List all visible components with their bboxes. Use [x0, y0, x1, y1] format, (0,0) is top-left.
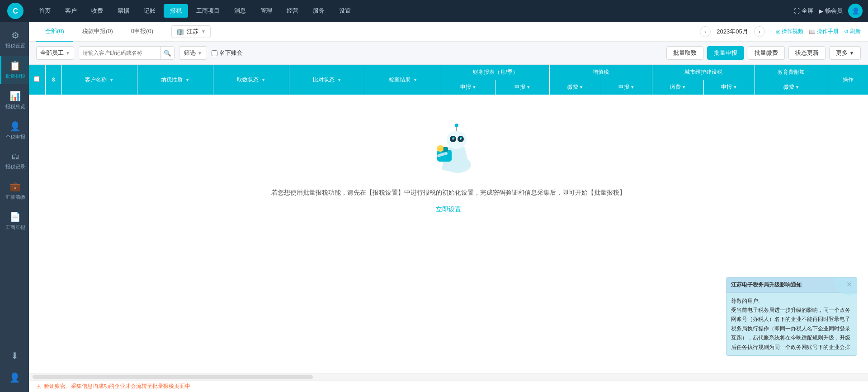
svg-text:C: C [13, 7, 18, 15]
top-navigation: C 首页 客户 收费 票据 记账 报税 工商项目 消息 管理 经营 服务 设置 … [0, 0, 868, 22]
nav-menu: 首页 客户 收费 票据 记账 报税 工商项目 消息 管理 经营 服务 设置 [33, 4, 794, 18]
account-checkbox-text: 名下账套 [219, 49, 243, 57]
client-search-input[interactable] [79, 50, 160, 56]
th-vat-dec-filter-icon[interactable]: ▼ [526, 85, 531, 90]
tab-zero-declaration[interactable]: 0申报(0) [122, 22, 162, 42]
th-compare-filter-icon[interactable]: ▼ [337, 77, 342, 82]
search-button[interactable]: 🔍 [160, 46, 174, 60]
th-fin-dec-filter-icon[interactable]: ▼ [472, 85, 476, 90]
search-icon: 🔍 [164, 50, 171, 57]
tab-right-actions: ◎ 操作视频 📖 操作手册 ↺ 刷新 [776, 28, 861, 35]
th-vat-pay-filter-icon[interactable]: ▼ [579, 85, 584, 90]
nav-client[interactable]: 客户 [59, 4, 83, 18]
th-edu-pay-filter-icon[interactable]: ▼ [795, 85, 800, 90]
annual-report-icon: 📄 [9, 211, 21, 222]
sidebar-label-annual-report: 工商年报 [5, 224, 25, 231]
th-city-pay-filter-icon[interactable]: ▼ [682, 85, 686, 90]
th-edu-dec-filter-icon[interactable]: ▼ [733, 85, 737, 90]
sidebar-item-personal-tax[interactable]: 👤 个税申报 [0, 116, 29, 145]
th-client-filter-icon[interactable]: ▼ [109, 77, 114, 82]
date-next-button[interactable]: › [754, 26, 765, 37]
nav-management[interactable]: 管理 [254, 4, 278, 18]
toolbar-right: 批量取数 批量申报 批量缴费 状态更新 更多 ▼ [666, 46, 861, 60]
batch-pay-button[interactable]: 批量缴费 [748, 46, 785, 60]
notification-minimize-button[interactable]: — [836, 281, 844, 288]
batch-declare-button[interactable]: 批量申报 [707, 46, 744, 60]
tab-all-count-val: 0 [59, 28, 62, 34]
nav-operations[interactable]: 经营 [280, 4, 305, 18]
region-selector[interactable]: 🏢 江苏 ▼ [171, 25, 211, 38]
manual-action[interactable]: 📖 操作手册 [809, 28, 839, 35]
tab-tax-declaration[interactable]: 税款申报(0) [73, 22, 122, 42]
video-action[interactable]: ◎ 操作视频 [776, 28, 803, 35]
nav-service[interactable]: 服务 [307, 4, 331, 18]
nav-invoice[interactable]: 票据 [111, 4, 136, 18]
user-avatar[interactable]: 👤 [848, 4, 863, 18]
th-operation: 操作 [828, 65, 868, 95]
th-settings[interactable]: ⚙ [45, 65, 61, 95]
sidebar-item-tax-summary[interactable]: 📊 报税总览 [0, 86, 29, 115]
video-label: 操作视频 [782, 28, 803, 35]
sidebar-label-tax-settings: 报税设置 [5, 43, 25, 49]
status-update-button[interactable]: 状态更新 [788, 46, 826, 60]
nav-tax[interactable]: 报税 [164, 4, 188, 18]
app-logo[interactable]: C [5, 1, 25, 21]
sidebar-item-tax-records[interactable]: 🗂 报税记录 [0, 147, 29, 175]
tax-summary-icon: 📊 [9, 91, 21, 101]
tab-tax-label: 税款申报 [82, 27, 106, 35]
refresh-action[interactable]: ↺ 刷新 [844, 28, 861, 35]
th-check-result: 检查结果 ▼ [365, 65, 441, 95]
refresh-icon: ↺ [844, 29, 849, 35]
svg-point-8 [453, 139, 454, 140]
fullscreen-button[interactable]: ⛶ 全屏 [794, 7, 813, 15]
sidebar-label-settlement: 汇算清缴 [5, 194, 25, 201]
th-education-surcharge: 教育费附加 [755, 65, 828, 80]
sidebar-label-personal-tax: 个税申报 [5, 134, 25, 140]
filter-arrow-icon: ▼ [198, 51, 202, 56]
th-checkbox[interactable] [29, 65, 45, 95]
svg-point-9 [460, 139, 462, 140]
th-city-dec-filter-icon[interactable]: ▼ [630, 85, 635, 90]
tab-all[interactable]: 全部(0) [36, 22, 73, 42]
nav-accounting[interactable]: 记账 [137, 4, 162, 18]
sidebar-item-tax-settings[interactable]: ⚙ 报税设置 [0, 25, 29, 54]
th-vat-declare: 申报▼ [495, 80, 550, 95]
batch-get-button[interactable]: 批量取数 [666, 46, 703, 60]
horizontal-scrollbar[interactable] [33, 375, 313, 379]
batch-tax-icon: 📋 [9, 60, 21, 71]
sidebar-item-annual-report[interactable]: 📄 工商年报 [0, 207, 29, 235]
th-tax-type-filter-icon[interactable]: ▼ [185, 77, 190, 82]
nav-home[interactable]: 首页 [33, 4, 57, 18]
account-checkbox[interactable] [212, 50, 217, 56]
nav-right-area: ⛶ 全屏 ▶ 畅会员 👤 [794, 4, 863, 18]
notification-panel: 江苏电子税务局升级影响通知 — ✕ 尊敬的用户:受当前电子税务局进一步升级的影响… [726, 277, 857, 356]
sidebar-user-icon[interactable]: 👤 [5, 368, 24, 387]
nav-message[interactable]: 消息 [228, 4, 252, 18]
account-checkbox-label[interactable]: 名下账套 [212, 49, 243, 57]
th-financial-report: 财务报表（月/季） [441, 65, 550, 80]
th-fetch-filter-icon[interactable]: ▼ [261, 77, 266, 82]
more-button[interactable]: 更多 ▼ [829, 46, 861, 60]
setup-link[interactable]: 立即设置 [436, 206, 461, 214]
robot-illustration [417, 122, 480, 176]
sidebar-download-icon[interactable]: ⬇ [7, 347, 22, 365]
employee-select[interactable]: 全部员工 ▼ [36, 46, 74, 60]
member-button[interactable]: ▶ 畅会员 [819, 7, 843, 15]
th-compare-status: 比对状态 ▼ [289, 65, 365, 95]
sidebar-item-batch-tax[interactable]: 📋 批量报税 [0, 56, 29, 84]
tax-records-icon: 🗂 [11, 151, 20, 162]
filter-button[interactable]: 筛选 ▼ [179, 46, 207, 60]
tab-zero-label: 0申报 [131, 27, 146, 35]
sidebar-item-settlement[interactable]: 💼 汇算清缴 [0, 177, 29, 205]
notification-close-button[interactable]: ✕ [846, 281, 852, 288]
select-all-checkbox[interactable] [34, 76, 40, 82]
nav-billing[interactable]: 收费 [85, 4, 109, 18]
date-prev-button[interactable]: ‹ [700, 26, 711, 37]
sidebar: ⚙ 报税设置 📋 批量报税 📊 报税总览 👤 个税申报 🗂 报税记录 💼 汇算清… [0, 22, 29, 392]
th-check-filter-icon[interactable]: ▼ [413, 77, 418, 82]
nav-business[interactable]: 工商项目 [190, 4, 226, 18]
content-area: ⚙ 客户名称 ▼ 纳税性质 ▼ 取数状态 [29, 65, 868, 392]
nav-settings[interactable]: 设置 [333, 4, 357, 18]
member-label: 畅会员 [825, 7, 843, 15]
gear-icon: ⚙ [51, 76, 56, 83]
